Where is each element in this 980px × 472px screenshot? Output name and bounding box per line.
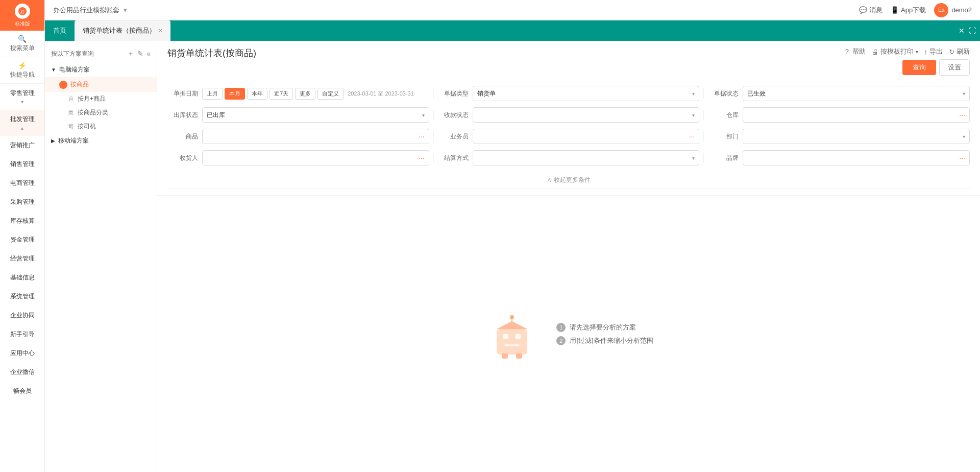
- sidebar-item-sales[interactable]: 销售管理: [0, 155, 44, 174]
- sidebar-quick[interactable]: ⚡ 快捷导航: [0, 57, 44, 84]
- sidebar-search[interactable]: 🔍 搜索菜单: [0, 31, 44, 57]
- payment-select[interactable]: ▾: [473, 150, 700, 166]
- out-status-select[interactable]: 已出库 ▾: [202, 107, 429, 123]
- export-btn[interactable]: ↑ 导出: [924, 47, 943, 56]
- help-btn[interactable]: ？ 帮助: [844, 47, 866, 56]
- sidebar-search-label: 搜索菜单: [10, 44, 35, 52]
- date-this-year-btn[interactable]: 本年: [247, 88, 267, 100]
- tree-item-by-product[interactable]: 按商品: [45, 77, 157, 92]
- tree-group-pc-label[interactable]: ▼ 电脑端方案: [45, 62, 157, 77]
- warehouse-select[interactable]: ···: [743, 107, 970, 123]
- sep5: [433, 131, 434, 141]
- warehouse-more-icon[interactable]: ···: [959, 111, 965, 119]
- sidebar-item-system-label: 系统管理: [10, 292, 35, 301]
- sidebar-item-retail[interactable]: 零售管理 ▾: [0, 84, 44, 110]
- brand-select[interactable]: ···: [743, 150, 970, 166]
- doc-status-dropdown-icon: ▾: [963, 91, 965, 97]
- sidebar-item-basic[interactable]: 基础信息: [0, 268, 44, 287]
- product-icon: [59, 81, 67, 89]
- tab-home[interactable]: 首页: [45, 20, 75, 41]
- receiver-more-icon[interactable]: ···: [419, 154, 425, 162]
- doc-type-select[interactable]: 销货单 ▾: [473, 86, 700, 101]
- receiver-select[interactable]: ···: [202, 150, 429, 166]
- brand-more-icon[interactable]: ···: [959, 154, 965, 162]
- tree-item-by-month-product[interactable]: 月 按月+商品: [45, 92, 157, 106]
- sidebar-item-operation[interactable]: 经营管理: [0, 249, 44, 268]
- panel-header-actions: ＋ ✎ «: [127, 49, 151, 58]
- tab-close-window-icon[interactable]: ✕: [959, 27, 965, 34]
- sidebar: 好 标准版 🔍 搜索菜单 ⚡ 快捷导航 零售管理 ▾ 批发管理 ▴ 营销推广 销…: [0, 0, 45, 472]
- app-download-btn[interactable]: 📱 App下载: [891, 6, 926, 15]
- help-icon: ？: [844, 47, 850, 56]
- refresh-btn[interactable]: ↻ 刷新: [949, 47, 970, 56]
- sidebar-item-purchase[interactable]: 采购管理: [0, 193, 44, 211]
- print-label: 按模板打印: [880, 47, 914, 56]
- panel-edit-icon[interactable]: ✎: [137, 50, 143, 58]
- date-custom-btn[interactable]: 自定义: [317, 88, 344, 100]
- doc-status-label: 单据状态: [708, 89, 739, 98]
- sidebar-item-member[interactable]: 畅会员: [0, 382, 44, 400]
- header-left: 办公用品行业模拟账套 ▾: [53, 6, 127, 15]
- sidebar-item-guide[interactable]: 新手引导: [0, 325, 44, 344]
- user-area[interactable]: Ea demo2: [934, 3, 972, 17]
- date-7days-btn[interactable]: 近7天: [270, 88, 293, 100]
- filter-doc-status: 单据状态 已生效 ▾: [708, 86, 970, 101]
- svg-rect-7: [502, 353, 508, 359]
- print-dropdown-icon: ▾: [916, 49, 918, 55]
- sidebar-item-wechat-label: 企业微信: [10, 368, 35, 376]
- date-last-month-btn[interactable]: 上月: [202, 88, 223, 100]
- sidebar-item-marketing[interactable]: 营销推广: [0, 136, 44, 155]
- tab-active[interactable]: 销货单统计表（按商品） ×: [75, 20, 170, 41]
- svg-rect-5: [516, 334, 521, 339]
- out-status-dropdown-icon: ▾: [422, 112, 425, 118]
- category-icon: 类: [67, 109, 75, 116]
- sidebar-item-system[interactable]: 系统管理: [0, 287, 44, 306]
- sidebar-item-collab-label: 企业协同: [10, 311, 35, 320]
- date-range-text: 2023-03-01 至 2023-03-31: [348, 90, 414, 98]
- doc-status-select[interactable]: 已生效 ▾: [743, 86, 970, 101]
- sep1: [433, 88, 434, 99]
- sidebar-item-wholesale[interactable]: 批发管理 ▴: [0, 110, 44, 136]
- collapse-bar[interactable]: ∧ 收起更多条件: [167, 172, 970, 189]
- sidebar-item-inventory[interactable]: 库存核算: [0, 211, 44, 230]
- setting-btn[interactable]: 设置: [939, 59, 970, 76]
- product-more-icon[interactable]: ···: [419, 132, 425, 140]
- date-label: 单据日期: [167, 89, 198, 98]
- industry-dropdown-icon[interactable]: ▾: [124, 6, 127, 14]
- page-title: 销货单统计表(按商品): [167, 47, 844, 59]
- date-more-btn[interactable]: 更多: [295, 88, 315, 100]
- sidebar-item-collab[interactable]: 企业协同: [0, 306, 44, 325]
- sidebar-item-appstore[interactable]: 应用中心: [0, 344, 44, 363]
- sidebar-item-finance[interactable]: 资金管理: [0, 230, 44, 249]
- right-main: 销货单统计表(按商品) ？ 帮助 🖨 按模板打印 ▾: [157, 41, 980, 472]
- tree-item-by-driver[interactable]: 司 按司机: [45, 120, 157, 133]
- logo-text: 标准版: [15, 20, 30, 28]
- collect-status-select[interactable]: ▾: [473, 107, 700, 123]
- dept-select[interactable]: ▾: [743, 129, 970, 144]
- panel-add-icon[interactable]: ＋: [127, 49, 134, 58]
- sidebar-item-wechat[interactable]: 企业微信: [0, 363, 44, 382]
- tab-close-icon[interactable]: ×: [159, 28, 162, 34]
- tab-maximize-icon[interactable]: ⛶: [969, 27, 976, 34]
- date-this-month-btn[interactable]: 本月: [225, 88, 245, 100]
- product-select[interactable]: ···: [202, 129, 429, 144]
- filter-warehouse: 仓库 ···: [708, 107, 970, 123]
- tree-expand-icon-mobile: ▶: [51, 138, 55, 144]
- salesperson-more-icon[interactable]: ···: [689, 132, 695, 140]
- sidebar-logo: 好 标准版: [0, 0, 45, 31]
- tree-item-by-category[interactable]: 类 按商品分类: [45, 106, 157, 120]
- filter-dept: 部门 ▾: [708, 129, 970, 144]
- tab-bar-actions: ✕ ⛶: [959, 27, 980, 34]
- panel-collapse-icon[interactable]: «: [146, 50, 151, 58]
- filter-row-3: 商品 ··· 业务员 ···: [167, 129, 970, 144]
- sidebar-item-ecommerce[interactable]: 电商管理: [0, 174, 44, 193]
- print-btn[interactable]: 🖨 按模板打印 ▾: [872, 47, 918, 56]
- message-btn[interactable]: 💬 消息: [859, 6, 883, 15]
- avatar: Ea: [934, 3, 948, 17]
- refresh-icon: ↻: [949, 48, 954, 56]
- filter-payment: 结算方式 ▾: [438, 150, 700, 166]
- payment-label: 结算方式: [438, 154, 469, 162]
- tree-group-mobile-label[interactable]: ▶ 移动端方案: [45, 133, 157, 148]
- salesperson-select[interactable]: ···: [473, 129, 700, 144]
- query-btn[interactable]: 查询: [902, 60, 936, 75]
